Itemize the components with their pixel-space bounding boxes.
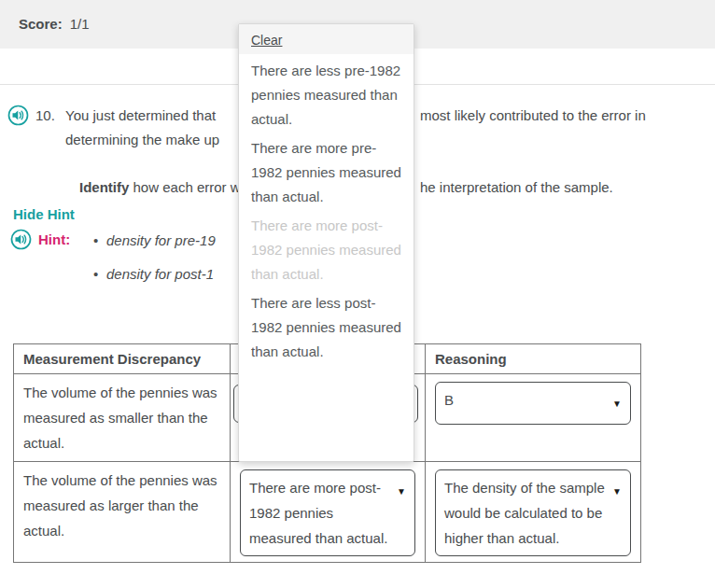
question-text-line2: determining the make up bbox=[65, 131, 219, 149]
identify-instruction-right: he interpretation of the sample. bbox=[420, 178, 613, 197]
error-select-dropdown-panel: Clear There are less pre-1982 pennies me… bbox=[238, 23, 414, 462]
speaker-icon bbox=[7, 105, 29, 126]
discrepancy-cell-row2: The volume of the pennies was measured a… bbox=[14, 462, 231, 563]
question-text-line1-right: most likely contributed to the error in bbox=[420, 106, 646, 125]
table-row: The volume of the pennies was measured a… bbox=[14, 462, 641, 563]
discrepancy-cell-row1: The volume of the pennies was measured a… bbox=[14, 374, 231, 462]
score-label: Score: bbox=[19, 16, 63, 32]
score-value: 1/1 bbox=[70, 16, 90, 32]
dropdown-panel-header: Clear bbox=[239, 24, 414, 54]
bullet-icon: • bbox=[93, 266, 106, 282]
question-audio-button[interactable] bbox=[7, 105, 29, 126]
dropdown-options-list: There are less pre-1982 pennies measured… bbox=[239, 54, 414, 364]
reasoning-select-row1[interactable]: B ▼ bbox=[435, 382, 631, 425]
question-text-line1-left: You just determined that bbox=[65, 106, 216, 125]
quiz-page: Score:1/1 10. You just determined that m… bbox=[0, 0, 715, 588]
chevron-down-icon: ▼ bbox=[612, 479, 622, 504]
reasoning-select-row2[interactable]: The density of the sample would be calcu… bbox=[435, 469, 631, 556]
clear-selection-link[interactable]: Clear bbox=[251, 33, 282, 48]
hint-bullet-2: •density for post-1 bbox=[93, 266, 214, 282]
header-measurement-discrepancy: Measurement Discrepancy bbox=[14, 344, 231, 374]
error-cell-row2: There are more post-1982 pennies measure… bbox=[231, 462, 426, 563]
dropdown-option[interactable]: There are less pre-1982 pennies measured… bbox=[251, 59, 401, 132]
hint-audio-button[interactable] bbox=[10, 229, 32, 250]
hide-hint-link[interactable]: Hide Hint bbox=[13, 205, 75, 224]
question-number: 10. bbox=[35, 106, 55, 125]
reasoning-cell-row2: The density of the sample would be calcu… bbox=[426, 462, 641, 563]
chevron-down-icon: ▼ bbox=[612, 391, 622, 416]
error-select-row2[interactable]: There are more post-1982 pennies measure… bbox=[240, 469, 415, 556]
identify-word: Identify bbox=[79, 179, 129, 195]
hint-bullet-1: •density for pre-19 bbox=[93, 232, 216, 248]
dropdown-option[interactable]: There are more pre-1982 pennies measured… bbox=[251, 136, 401, 209]
reasoning-cell-row1: B ▼ bbox=[426, 374, 641, 462]
speaker-icon bbox=[10, 229, 32, 250]
hint-label: Hint: bbox=[38, 231, 70, 249]
bullet-icon: • bbox=[93, 232, 106, 248]
identify-instruction-left: Identify how each error w bbox=[79, 178, 241, 197]
chevron-down-icon: ▼ bbox=[397, 479, 406, 504]
dropdown-option[interactable]: There are less post-1982 pennies measure… bbox=[251, 291, 401, 364]
header-reasoning: Reasoning bbox=[426, 344, 641, 374]
dropdown-option-disabled: There are more post-1982 pennies measure… bbox=[251, 214, 401, 287]
